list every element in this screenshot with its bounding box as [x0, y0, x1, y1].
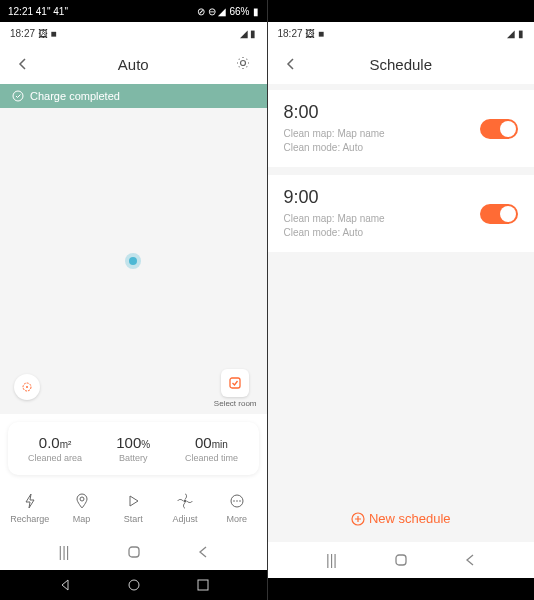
stat-cleaned-area: 0.0m² Cleaned area — [16, 434, 94, 463]
svg-point-6 — [183, 500, 186, 503]
more-icon — [229, 493, 245, 509]
select-room-button[interactable]: Select room — [214, 369, 257, 408]
page-title: Auto — [32, 56, 235, 73]
system-nav-bar — [0, 570, 267, 600]
stats-card: 0.0m² Cleaned area 100% Battery 00min Cl… — [8, 422, 259, 475]
svg-rect-15 — [396, 555, 406, 565]
top-spacer — [268, 0, 535, 22]
bottom-spacer — [268, 578, 535, 600]
cam-icon: ■ — [51, 28, 57, 39]
inner-time: 18:27 — [10, 28, 35, 39]
svg-rect-13 — [198, 580, 208, 590]
fan-icon — [177, 493, 193, 509]
banner-text: Charge completed — [30, 90, 120, 102]
schedule-list: 8:00 Clean map: Map name Clean mode: Aut… — [268, 84, 535, 495]
schedule-item[interactable]: 8:00 Clean map: Map name Clean mode: Aut… — [268, 90, 535, 167]
inner-status-bar: 18:27 🖼 ■ ◢ ▮ — [0, 22, 267, 44]
select-room-label: Select room — [214, 399, 257, 408]
outer-time: 12:21 41" 41" — [8, 6, 68, 17]
cam-icon: ■ — [318, 28, 324, 39]
svg-rect-11 — [129, 547, 139, 557]
battery-icon: ▮ — [253, 6, 259, 17]
page-title-right: Schedule — [300, 56, 503, 73]
robot-location-dot — [129, 257, 137, 265]
settings-button[interactable] — [235, 55, 253, 73]
svg-point-0 — [240, 61, 245, 66]
app-area-right: 18:27 🖼 ■ ◢ ▮ Schedule 8:00 Clean map: M… — [268, 22, 535, 578]
phone-right: 18:27 🖼 ■ ◢ ▮ Schedule 8:00 Clean map: M… — [268, 0, 535, 600]
back-button[interactable] — [14, 55, 32, 73]
play-icon — [126, 494, 140, 508]
sys-home[interactable] — [127, 578, 141, 592]
header-right: Schedule — [268, 44, 535, 84]
new-schedule-button[interactable]: New schedule — [268, 495, 535, 542]
sys-back[interactable] — [58, 578, 72, 592]
status-banner: Charge completed — [0, 84, 267, 108]
start-button[interactable]: Start — [107, 491, 159, 524]
nav-back[interactable] — [198, 546, 208, 558]
nav-home[interactable] — [127, 545, 141, 559]
svg-point-10 — [239, 500, 241, 502]
bottom-buttons: Recharge Map Start Adjust More — [0, 483, 267, 534]
schedule-map: Clean map: Map name — [284, 212, 481, 226]
header-left: Auto — [0, 44, 267, 84]
schedule-toggle[interactable] — [480, 204, 518, 224]
pic-icon: 🖼 — [305, 28, 315, 39]
phone-left: 12:21 41" 41" ⊘ ⊖ ◢ 66% ▮ 18:27 🖼 ■ ◢ ▮ … — [0, 0, 268, 600]
svg-point-1 — [13, 91, 23, 101]
inner-time-right: 18:27 — [278, 28, 303, 39]
recharge-button[interactable]: Recharge — [4, 491, 56, 524]
map-area[interactable]: Select room — [0, 108, 267, 414]
locate-button[interactable] — [14, 374, 40, 400]
svg-point-5 — [80, 497, 84, 501]
nav-home[interactable] — [394, 553, 408, 567]
pic-icon: 🖼 — [38, 28, 48, 39]
svg-rect-4 — [230, 378, 240, 388]
map-button[interactable]: Map — [56, 491, 108, 524]
schedule-map: Clean map: Map name — [284, 127, 481, 141]
check-circle-icon — [12, 90, 24, 102]
schedule-mode: Clean mode: Auto — [284, 226, 481, 240]
svg-point-12 — [129, 580, 139, 590]
app-nav-bar-right: ||| — [268, 542, 535, 578]
schedule-time: 8:00 — [284, 102, 481, 123]
more-button[interactable]: More — [211, 491, 263, 524]
schedule-item[interactable]: 9:00 Clean map: Map name Clean mode: Aut… — [268, 175, 535, 252]
app-area-left: 18:27 🖼 ■ ◢ ▮ Auto Charge completed — [0, 22, 267, 570]
outer-battery: 66% — [229, 6, 249, 17]
pin-icon — [75, 493, 89, 509]
stat-cleaned-time: 00min Cleaned time — [172, 434, 250, 463]
nav-recent[interactable]: ||| — [326, 552, 337, 568]
schedule-toggle[interactable] — [480, 119, 518, 139]
plus-circle-icon — [351, 512, 365, 526]
nav-back[interactable] — [465, 554, 475, 566]
svg-point-3 — [26, 386, 28, 388]
svg-point-8 — [233, 500, 235, 502]
adjust-button[interactable]: Adjust — [159, 491, 211, 524]
schedule-time: 9:00 — [284, 187, 481, 208]
new-schedule-label: New schedule — [369, 511, 451, 526]
nav-recent[interactable]: ||| — [59, 544, 70, 560]
sys-recent[interactable] — [197, 579, 209, 591]
outer-status-bar: 12:21 41" 41" ⊘ ⊖ ◢ 66% ▮ — [0, 0, 267, 22]
back-button-right[interactable] — [282, 55, 300, 73]
inner-status-bar-right: 18:27 🖼 ■ ◢ ▮ — [268, 22, 535, 44]
select-room-icon — [228, 376, 242, 390]
svg-point-9 — [236, 500, 238, 502]
right-status-icons: ◢ ▮ — [240, 28, 257, 39]
app-nav-bar: ||| — [0, 534, 267, 570]
stat-battery: 100% Battery — [94, 434, 172, 463]
schedule-mode: Clean mode: Auto — [284, 141, 481, 155]
lightning-icon — [23, 493, 37, 509]
status-icons: ⊘ ⊖ ◢ — [197, 6, 227, 17]
right-status-icons: ◢ ▮ — [507, 28, 524, 39]
